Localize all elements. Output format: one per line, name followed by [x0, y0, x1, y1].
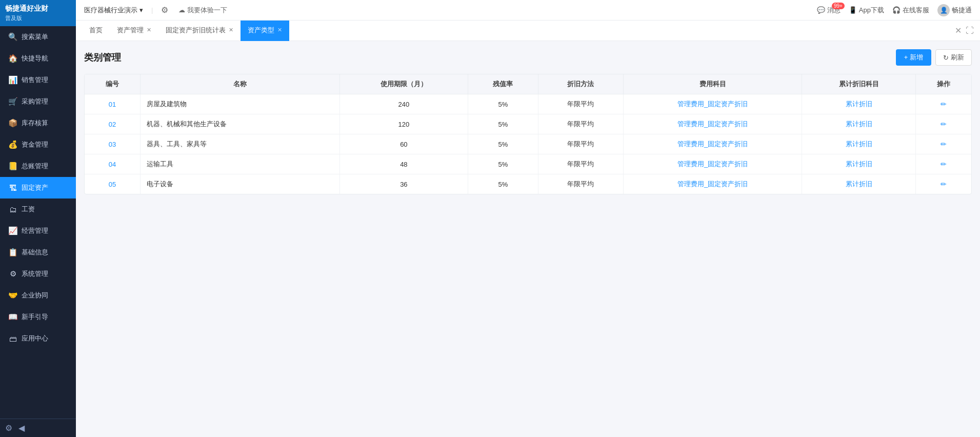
salary-icon: 🗂: [8, 205, 17, 214]
col-header: 名称: [141, 74, 340, 94]
cell-residual: 5%: [468, 114, 538, 134]
refresh-label: 刷新: [951, 53, 964, 62]
tab-asset-mgmt[interactable]: 资产管理✕: [110, 21, 158, 41]
cell-id: 02: [85, 114, 141, 134]
expand-icon[interactable]: ⛶: [966, 26, 974, 35]
tab-home[interactable]: 首页: [82, 21, 110, 41]
settings-btn[interactable]: ⚙: [161, 5, 168, 15]
tab-close-asset-mgmt[interactable]: ✕: [147, 27, 151, 33]
edit-icon[interactable]: ✏: [941, 120, 947, 128]
page-title: 类别管理: [84, 51, 121, 64]
sidebar-label-system: 系统管理: [22, 269, 48, 279]
cell-name: 电子设备: [141, 174, 340, 194]
cell-accumulated: 累计折旧: [802, 94, 915, 114]
sidebar-item-guide[interactable]: 📖 新手引导: [0, 306, 76, 328]
topbar: 医疗器械行业演示 ▾ | ⚙ ☁ 我要体验一下 💬 消息 99+ 📱 App下载…: [76, 0, 980, 21]
cell-id: 04: [85, 154, 141, 174]
system-icon: ⚙: [8, 269, 17, 279]
col-header: 操作: [915, 74, 971, 94]
cell-period: 60: [340, 134, 468, 154]
cell-name: 机器、机械和其他生产设备: [141, 114, 340, 134]
app-download-btn[interactable]: 📱 App下载: [849, 6, 884, 15]
cell-action[interactable]: ✏: [915, 154, 971, 174]
edit-icon[interactable]: ✏: [941, 160, 947, 168]
avatar-icon: 👤: [940, 7, 948, 14]
edit-icon[interactable]: ✏: [941, 180, 947, 188]
module-selector[interactable]: 医疗器械行业演示 ▾: [84, 6, 143, 15]
purchase-icon: 🛒: [8, 97, 17, 106]
content-area: 类别管理 + 新增 ↻ 刷新 编号名称使用期限（月）残值率折旧方法费用科目累计折…: [76, 41, 980, 437]
sidebar-item-basic-info[interactable]: 📋 基础信息: [0, 242, 76, 263]
new-button[interactable]: + 新增: [896, 49, 931, 66]
sidebar-item-capital[interactable]: 💰 资金管理: [0, 134, 76, 155]
phone-icon: 📱: [849, 6, 857, 14]
topbar-right: 💬 消息 99+ 📱 App下载 🎧 在线客服 👤 畅捷通: [817, 4, 972, 16]
sidebar-item-quick-nav[interactable]: 🏠 快捷导航: [0, 48, 76, 69]
tab-fixed-asset-report[interactable]: 固定资产折旧统计表✕: [158, 21, 241, 41]
cell-action[interactable]: ✏: [915, 94, 971, 114]
cell-expense: 管理费用_固定资产折旧: [623, 154, 802, 174]
sidebar-item-fixed-asset[interactable]: 🏗 固定资产: [0, 177, 76, 198]
cell-action[interactable]: ✏: [915, 134, 971, 154]
user-menu[interactable]: 👤 畅捷通: [937, 4, 972, 16]
edit-icon[interactable]: ✏: [941, 100, 947, 108]
sidebar: 畅捷通好业财 普及版 🔍 搜索菜单 🏠 快捷导航 📊 销售管理 🛒 采购管理 📦…: [0, 0, 76, 437]
sidebar-item-app-center[interactable]: 🗃 应用中心: [0, 328, 76, 349]
cell-accumulated: 累计折旧: [802, 154, 915, 174]
cell-expense: 管理费用_固定资产折旧: [623, 94, 802, 114]
edit-icon[interactable]: ✏: [941, 140, 947, 148]
sidebar-label-sales: 销售管理: [22, 75, 48, 85]
user-name: 畅捷通: [952, 6, 972, 15]
cell-residual: 5%: [468, 94, 538, 114]
main-area: 医疗器械行业演示 ▾ | ⚙ ☁ 我要体验一下 💬 消息 99+ 📱 App下载…: [76, 0, 980, 437]
sidebar-item-sales[interactable]: 📊 销售管理: [0, 69, 76, 91]
message-icon: 💬: [817, 6, 825, 14]
search-icon: 🔍: [8, 32, 17, 42]
sidebar-item-inventory[interactable]: 📦 库存核算: [0, 112, 76, 134]
sidebar-scroll: 🔍 搜索菜单 🏠 快捷导航 📊 销售管理 🛒 采购管理 📦 库存核算 💰 资金管…: [0, 26, 76, 419]
online-service-btn[interactable]: 🎧 在线客服: [892, 6, 929, 15]
col-header: 残值率: [468, 74, 538, 94]
sales-icon: 📊: [8, 75, 17, 85]
sidebar-item-ops-mgmt[interactable]: 📈 经营管理: [0, 220, 76, 242]
basic-info-icon: 📋: [8, 248, 17, 257]
sidebar-label-ledger: 总账管理: [22, 162, 48, 171]
sidebar-item-enterprise[interactable]: 🤝 企业协同: [0, 285, 76, 306]
refresh-icon: ↻: [943, 54, 949, 62]
cell-residual: 5%: [468, 154, 538, 174]
notifications-btn[interactable]: 💬 消息 99+: [817, 6, 841, 15]
try-experience-btn[interactable]: ☁ 我要体验一下: [178, 6, 227, 15]
cell-action[interactable]: ✏: [915, 174, 971, 194]
collapse-icon[interactable]: ◀: [18, 423, 25, 433]
cell-id: 03: [85, 134, 141, 154]
close-window-icon[interactable]: ✕: [955, 26, 962, 35]
app-edition: 普及版: [5, 14, 22, 22]
tab-close-fixed-asset-report[interactable]: ✕: [229, 27, 233, 33]
tab-asset-type[interactable]: 资产类型✕: [241, 21, 289, 41]
user-avatar: 👤: [937, 4, 950, 16]
settings-icon[interactable]: ⚙: [5, 423, 12, 433]
sidebar-item-system[interactable]: ⚙ 系统管理: [0, 263, 76, 285]
app-title: 畅捷通好业财: [5, 4, 48, 13]
sidebar-item-salary[interactable]: 🗂 工资: [0, 198, 76, 220]
cell-action[interactable]: ✏: [915, 114, 971, 134]
cell-accumulated: 累计折旧: [802, 174, 915, 194]
cell-method: 年限平均: [538, 94, 624, 114]
tab-close-asset-type[interactable]: ✕: [277, 27, 282, 33]
cell-name: 房屋及建筑物: [141, 94, 340, 114]
sidebar-label-guide: 新手引导: [22, 312, 48, 322]
cell-expense: 管理费用_固定资产折旧: [623, 114, 802, 134]
cell-name: 运输工具: [141, 154, 340, 174]
sidebar-item-search[interactable]: 🔍 搜索菜单: [0, 26, 76, 48]
page-header: 类别管理 + 新增 ↻ 刷新: [84, 49, 972, 66]
table-row: 01 房屋及建筑物 240 5% 年限平均 管理费用_固定资产折旧 累计折旧 ✏: [85, 94, 971, 114]
page-actions: + 新增 ↻ 刷新: [896, 49, 972, 66]
app-center-icon: 🗃: [8, 334, 17, 343]
ops-mgmt-icon: 📈: [8, 226, 17, 235]
sidebar-item-ledger[interactable]: 📒 总账管理: [0, 155, 76, 177]
capital-icon: 💰: [8, 140, 17, 149]
refresh-button[interactable]: ↻ 刷新: [935, 49, 972, 66]
table-row: 03 器具、工具、家具等 60 5% 年限平均 管理费用_固定资产折旧 累计折旧…: [85, 134, 971, 154]
guide-icon: 📖: [8, 312, 17, 322]
sidebar-item-purchase[interactable]: 🛒 采购管理: [0, 91, 76, 112]
